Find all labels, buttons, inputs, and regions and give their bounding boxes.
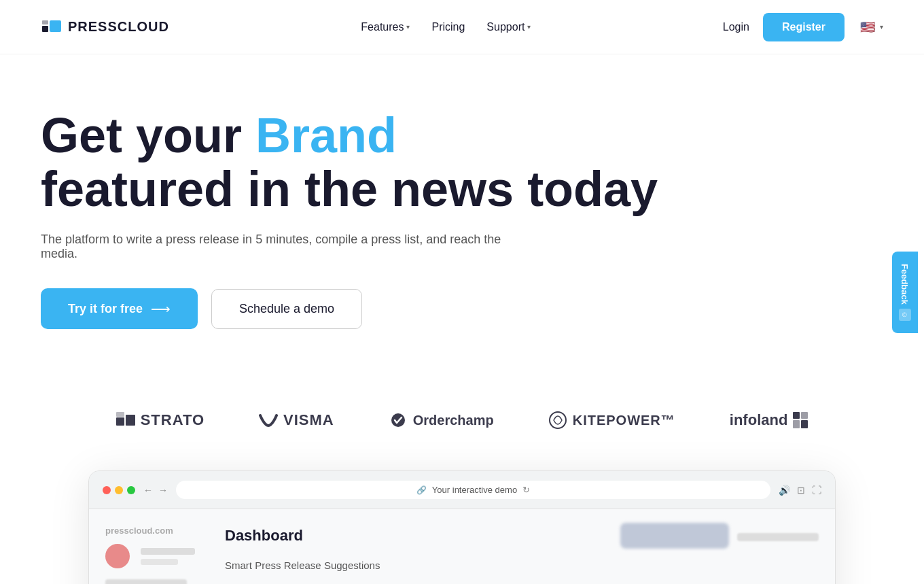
logo-text: PRESSCLOUD bbox=[68, 19, 169, 35]
svg-rect-2 bbox=[50, 20, 61, 32]
support-dropdown-icon: ▾ bbox=[527, 23, 531, 31]
browser-actions: 🔊 ⊡ ⛶ bbox=[779, 485, 821, 496]
browser-nav-arrows: ← → bbox=[143, 485, 168, 496]
hero-section: Get your Brand featured in the news toda… bbox=[0, 54, 924, 370]
demo-cta-blur bbox=[620, 523, 729, 549]
orderchamp-icon bbox=[389, 412, 408, 428]
lang-dropdown-icon: ▾ bbox=[880, 23, 883, 31]
logo-visma: VISMA bbox=[259, 411, 334, 429]
nav-pricing[interactable]: Pricing bbox=[431, 21, 465, 33]
kitepower-icon bbox=[548, 411, 567, 430]
dot-yellow bbox=[115, 486, 123, 494]
nav-links: Features ▾ Pricing Support ▾ bbox=[361, 21, 531, 33]
svg-rect-8 bbox=[793, 412, 800, 419]
visma-icon bbox=[259, 412, 278, 428]
link-icon: 🔗 bbox=[416, 485, 427, 495]
demo-menu-1 bbox=[105, 579, 187, 584]
presscloud-logo-icon bbox=[41, 16, 63, 38]
infoland-icon bbox=[793, 412, 808, 428]
logo[interactable]: PRESSCLOUD bbox=[41, 16, 169, 38]
svg-rect-10 bbox=[793, 420, 800, 428]
schedule-demo-button[interactable]: Schedule a demo bbox=[211, 289, 362, 329]
language-selector[interactable]: 🇺🇸 ▾ bbox=[858, 18, 883, 37]
hero-buttons: Try it for free ⟶ Schedule a demo bbox=[41, 288, 883, 329]
login-button[interactable]: Login bbox=[723, 21, 749, 33]
feedback-tab[interactable]: Feedback ☺ bbox=[892, 252, 918, 333]
browser-bar: ← → 🔗 Your interactive demo ↻ 🔊 ⊡ ⛶ bbox=[89, 471, 835, 509]
dot-red bbox=[103, 486, 111, 494]
back-arrow-icon[interactable]: ← bbox=[143, 485, 153, 496]
arrow-icon: ⟶ bbox=[151, 300, 171, 317]
feedback-smiley-icon: ☺ bbox=[899, 308, 911, 320]
forward-arrow-icon[interactable]: → bbox=[158, 485, 168, 496]
demo-user-text bbox=[141, 548, 195, 565]
demo-avatar bbox=[105, 544, 130, 568]
hero-subtitle: The platform to write a press release in… bbox=[41, 233, 516, 261]
svg-rect-11 bbox=[801, 420, 808, 428]
logo-infoland: infoland bbox=[730, 411, 808, 429]
features-dropdown-icon: ▾ bbox=[406, 23, 410, 31]
feedback-tab-inner: Feedback ☺ bbox=[899, 264, 911, 321]
register-button[interactable]: Register bbox=[763, 13, 845, 41]
logo-kitepower: KITEPOWER™ bbox=[548, 411, 675, 430]
demo-header-actions bbox=[620, 523, 819, 549]
logo-orderchamp: Orderchamp bbox=[389, 412, 494, 428]
try-free-button[interactable]: Try it for free ⟶ bbox=[41, 288, 198, 329]
browser-content: presscloud.com Dashboard bbox=[89, 509, 835, 584]
dot-green bbox=[127, 486, 135, 494]
fullscreen-icon[interactable]: ⛶ bbox=[812, 485, 821, 496]
browser-window: ← → 🔗 Your interactive demo ↻ 🔊 ⊡ ⛶ pres… bbox=[88, 470, 836, 584]
demo-smart-press-title: Smart Press Release Suggestions bbox=[225, 560, 819, 571]
demo-section: ← → 🔗 Your interactive demo ↻ 🔊 ⊡ ⛶ pres… bbox=[0, 443, 924, 584]
partner-logos: STRATO VISMA Orderchamp KITEPOWER™ bbox=[0, 370, 924, 443]
refresh-icon[interactable]: ↻ bbox=[522, 485, 530, 495]
svg-rect-4 bbox=[116, 412, 124, 417]
strato-icon bbox=[116, 412, 135, 428]
demo-app-name: presscloud.com bbox=[105, 526, 214, 536]
logo-strato: STRATO bbox=[116, 411, 205, 429]
nav-support[interactable]: Support ▾ bbox=[486, 21, 531, 33]
svg-rect-1 bbox=[42, 20, 48, 24]
hero-title: Get your Brand featured in the news toda… bbox=[41, 109, 883, 216]
volume-icon[interactable]: 🔊 bbox=[779, 485, 790, 496]
nav-actions: Login Register 🇺🇸 ▾ bbox=[723, 13, 883, 41]
browser-traffic-lights bbox=[103, 486, 135, 494]
navbar: PRESSCLOUD Features ▾ Pricing Support ▾ … bbox=[0, 0, 924, 54]
svg-point-7 bbox=[550, 412, 566, 428]
svg-rect-3 bbox=[116, 417, 124, 426]
svg-rect-5 bbox=[126, 415, 135, 426]
svg-rect-0 bbox=[42, 26, 48, 32]
demo-action-text bbox=[737, 533, 819, 541]
browser-url-bar[interactable]: 🔗 Your interactive demo ↻ bbox=[176, 481, 770, 499]
feedback-label: Feedback bbox=[900, 264, 910, 305]
demo-main-header: Dashboard bbox=[225, 523, 819, 549]
screen-icon[interactable]: ⊡ bbox=[797, 485, 805, 496]
demo-dashboard-title: Dashboard bbox=[225, 527, 303, 545]
demo-user-row bbox=[105, 544, 214, 568]
hero-brand-word: Brand bbox=[255, 108, 397, 162]
flag-icon: 🇺🇸 bbox=[858, 18, 877, 37]
svg-rect-9 bbox=[801, 412, 808, 419]
nav-features[interactable]: Features ▾ bbox=[361, 21, 410, 33]
